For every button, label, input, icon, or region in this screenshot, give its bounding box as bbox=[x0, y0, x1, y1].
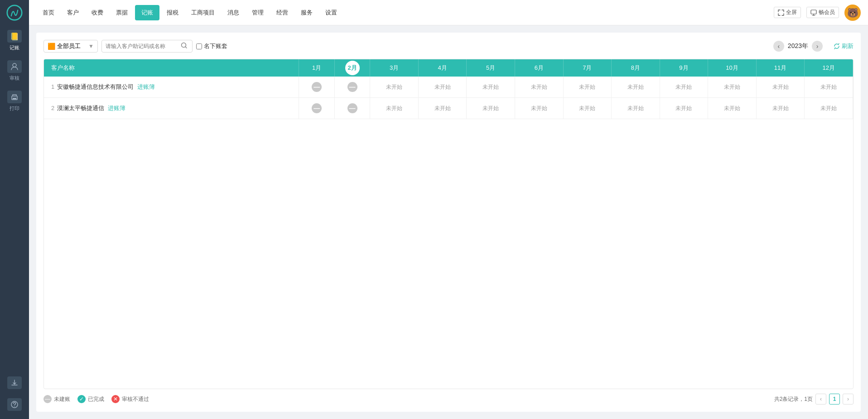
fullscreen-button[interactable]: 全屏 bbox=[774, 7, 801, 18]
employee-select[interactable]: 🟧 全部员工 ▼ bbox=[43, 40, 98, 53]
col-month-7: 7月 bbox=[563, 59, 612, 77]
not-started-label: 未开始 bbox=[820, 84, 837, 90]
not-started-label: 未开始 bbox=[434, 105, 451, 111]
cell-row1-month4: 未开始 bbox=[418, 77, 467, 98]
cell-row2-month10: 未开始 bbox=[708, 98, 757, 119]
sidebar-logo bbox=[0, 0, 29, 25]
cell-row1-month5: 未开始 bbox=[467, 77, 515, 98]
cell-row2-month6: 未开始 bbox=[515, 98, 563, 119]
sidebar-bottom bbox=[0, 372, 29, 419]
not-started-label: 未开始 bbox=[627, 105, 644, 111]
prev-year-button[interactable]: ‹ bbox=[773, 41, 784, 52]
main-card: 🟧 全部员工 ▼ 名下账套 bbox=[36, 33, 861, 412]
shenhe-icon bbox=[7, 60, 22, 73]
sidebar-item-shenhe[interactable]: 审核 bbox=[0, 56, 29, 86]
table-row: 1安徽畅捷通信息技术有限公司进账簿——未开始未开始未开始未开始未开始未开始未开始… bbox=[44, 77, 853, 98]
search-box[interactable] bbox=[101, 40, 193, 53]
sidebar-item-support[interactable] bbox=[0, 394, 29, 415]
content-area: 🟧 全部员工 ▼ 名下账套 bbox=[29, 25, 868, 419]
cell-row1-month2[interactable]: — bbox=[334, 77, 370, 98]
search-icon bbox=[181, 42, 188, 49]
status-dash-icon: — bbox=[347, 103, 357, 113]
col-month-4: 4月 bbox=[418, 59, 467, 77]
col-month-1: 1月 bbox=[299, 59, 334, 77]
svg-point-1 bbox=[13, 63, 16, 67]
cell-row2-month2[interactable]: — bbox=[334, 98, 370, 119]
refresh-icon bbox=[834, 43, 840, 49]
col-month-2: 2月 bbox=[334, 59, 370, 77]
table-row: 2漠澜太平畅捷通信进账簿——未开始未开始未开始未开始未开始未开始未开始未开始未开… bbox=[44, 98, 853, 119]
sidebar-item-download[interactable] bbox=[0, 372, 29, 394]
nav-operate[interactable]: 经营 bbox=[270, 0, 294, 25]
cell-row2-month5: 未开始 bbox=[467, 98, 515, 119]
refresh-button[interactable]: 刷新 bbox=[834, 42, 854, 50]
user-avatar[interactable]: 🐻 bbox=[844, 5, 861, 21]
col-client: 客户名称 bbox=[44, 59, 299, 77]
sidebar: 📒 记账 审核 打印 bbox=[0, 0, 29, 419]
nav-message[interactable]: 消息 bbox=[221, 0, 246, 25]
not-started-label: 未开始 bbox=[724, 84, 740, 90]
enter-ledger-link[interactable]: 进账簿 bbox=[108, 105, 125, 111]
nav-settings[interactable]: 设置 bbox=[319, 0, 343, 25]
next-year-button[interactable]: › bbox=[812, 41, 823, 52]
year-nav: ‹ 2023年 › bbox=[773, 41, 823, 52]
fullscreen-icon bbox=[778, 10, 784, 16]
row-index: 2 bbox=[51, 105, 54, 111]
row-index: 1 bbox=[51, 83, 54, 90]
cell-row2-month12: 未开始 bbox=[805, 98, 853, 119]
cell-row1-month1[interactable]: — bbox=[299, 77, 334, 98]
col-month-12: 12月 bbox=[805, 59, 853, 77]
nav-business[interactable]: 工商项目 bbox=[185, 0, 221, 25]
search-button[interactable] bbox=[180, 42, 188, 50]
svg-point-5 bbox=[14, 406, 15, 407]
cell-row2-month4: 未开始 bbox=[418, 98, 467, 119]
legend-done: ✓ 已完成 bbox=[77, 395, 104, 403]
nav-fee[interactable]: 收费 bbox=[85, 0, 110, 25]
enter-ledger-link[interactable]: 进账簿 bbox=[137, 83, 155, 90]
cell-row1-month10: 未开始 bbox=[708, 77, 757, 98]
status-dash-icon: — bbox=[312, 82, 322, 92]
cell-row2-month1[interactable]: — bbox=[299, 98, 334, 119]
data-table-wrap: 客户名称 1月 2月 3月 4月 5月 6月 7月 8月 9月 bbox=[43, 59, 854, 389]
client-name: 漠澜太平畅捷通信 bbox=[57, 105, 104, 111]
year-display: 2023年 bbox=[788, 42, 808, 50]
cell-row1-month11: 未开始 bbox=[756, 77, 805, 98]
topnav-menu: 首页 客户 收费 票据 记账 报税 工商项目 消息 管理 经营 服务 设置 bbox=[36, 0, 774, 25]
member-icon bbox=[810, 10, 817, 16]
nav-service[interactable]: 服务 bbox=[294, 0, 319, 25]
not-started-label: 未开始 bbox=[772, 84, 789, 90]
cell-row2-month8: 未开始 bbox=[612, 98, 660, 119]
cell-row1-month7: 未开始 bbox=[563, 77, 612, 98]
client-name: 安徽畅捷通信息技术有限公司 bbox=[57, 83, 134, 90]
sidebar-item-jizhang[interactable]: 📒 记账 bbox=[0, 25, 29, 56]
nav-tax[interactable]: 报税 bbox=[160, 0, 185, 25]
not-started-label: 未开始 bbox=[724, 105, 740, 111]
topnav-right: 全屏 畅会员 🐻 bbox=[774, 5, 861, 21]
col-month-8: 8月 bbox=[612, 59, 660, 77]
legend-rejected: ✕ 审核不通过 bbox=[111, 395, 149, 403]
prev-page-button[interactable]: ‹ bbox=[815, 394, 826, 405]
nav-home[interactable]: 首页 bbox=[36, 0, 61, 25]
legend-gray-icon: — bbox=[43, 395, 52, 403]
nav-manage[interactable]: 管理 bbox=[246, 0, 270, 25]
nav-account[interactable]: 记账 bbox=[135, 5, 159, 20]
not-started-label: 未开始 bbox=[772, 105, 789, 111]
svg-rect-6 bbox=[811, 10, 816, 14]
legend-not-built: — 未建账 bbox=[43, 395, 70, 403]
search-input[interactable] bbox=[106, 43, 178, 49]
my-accounts-checkbox[interactable] bbox=[196, 43, 202, 49]
nav-customer[interactable]: 客户 bbox=[61, 0, 85, 25]
not-started-label: 未开始 bbox=[579, 105, 595, 111]
nav-invoice[interactable]: 票据 bbox=[110, 0, 134, 25]
data-table: 客户名称 1月 2月 3月 4月 5月 6月 7月 8月 9月 bbox=[44, 59, 853, 119]
next-page-button[interactable]: › bbox=[843, 394, 854, 405]
page-number[interactable]: 1 bbox=[829, 394, 840, 405]
active-month-circle: 2月 bbox=[345, 61, 360, 75]
not-started-label: 未开始 bbox=[531, 105, 547, 111]
table-footer: — 未建账 ✓ 已完成 ✕ 审核不通过 共2条记录，1页 ‹ 1 bbox=[43, 389, 854, 405]
not-started-label: 未开始 bbox=[579, 84, 595, 90]
legend: — 未建账 ✓ 已完成 ✕ 审核不通过 bbox=[43, 395, 149, 403]
my-accounts-checkbox-label[interactable]: 名下账套 bbox=[196, 42, 227, 50]
member-button[interactable]: 畅会员 bbox=[806, 7, 839, 18]
sidebar-item-dayin[interactable]: 打印 bbox=[0, 86, 29, 116]
